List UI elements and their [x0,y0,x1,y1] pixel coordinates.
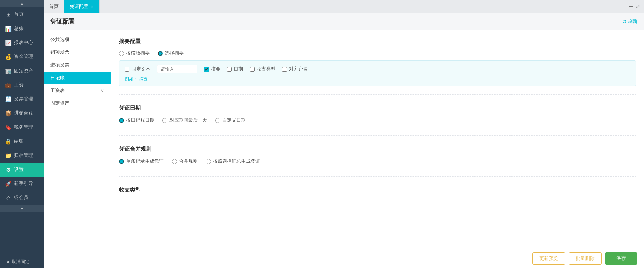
nav-public-label: 公共选项 [50,37,69,43]
nav-payroll[interactable]: 工资表 ∨ [44,84,111,97]
cancel-pin-button[interactable]: ◄ 取消固定 [0,255,44,268]
sidebar-label-close: 结账 [14,138,24,144]
tax-icon: 🔖 [5,124,11,130]
sidebar-item-salary[interactable]: 💼 工资 [0,78,44,92]
merge-radio-rule[interactable]: 合并规则 [172,158,198,164]
date-radio-custom-input[interactable] [215,118,220,123]
date-radio-period-input[interactable] [162,118,167,123]
merge-radio-rule-input[interactable] [172,159,177,164]
sidebar-item-report[interactable]: 📈 报表中心 [0,36,44,50]
sidebar-item-member[interactable]: ◇ 畅会员 [0,191,44,205]
summary-checkbox-group: 固定文本 摘要 日期 收支类型 [125,65,630,73]
tab-home[interactable]: 首页 [44,0,64,13]
date-radio-period[interactable]: 对应期间最后一天 [162,117,207,123]
merge-radio-select-input[interactable] [206,159,211,164]
sidebar-item-assets[interactable]: 🏢 固定资产 [0,64,44,78]
pin-icon: ◄ [5,259,10,264]
sidebar-item-close[interactable]: 🔒 结账 [0,134,44,148]
sidebar-item-home[interactable]: ⊞ 首页 [0,7,44,21]
nav-public[interactable]: 公共选项 [44,33,111,46]
sidebar-label-ledger: 总账 [14,26,24,32]
nav-sales-invoice[interactable]: 销项发票 [44,46,111,59]
summary-radio-template[interactable]: 按模版摘要 [119,50,150,56]
save-button[interactable]: 保存 [605,252,637,265]
close-accounts-icon: 🔒 [5,138,11,144]
sidebar-item-archive[interactable]: 📁 归档管理 [0,148,44,163]
fixed-text-input[interactable] [157,65,197,73]
content-area: 公共选项 销项发票 进项发票 日记账 工资表 ∨ 固定资产 摘要配置 [44,30,644,249]
sidebar-item-guide[interactable]: 🚀 新手引导 [0,177,44,191]
tab-close-icon[interactable]: ✕ [90,4,94,9]
update-preview-button[interactable]: 更新预览 [532,252,565,265]
checkbox-income-type[interactable]: 收支类型 [250,66,275,72]
income-type-title: 收支类型 [119,187,636,194]
archive-icon: 📁 [5,152,11,159]
date-label: 日期 [234,66,243,72]
sidebar-label-home: 首页 [14,11,24,17]
sidebar-item-invoice[interactable]: 🧾 发票管理 [0,92,44,106]
refresh-button[interactable]: ↺ 刷新 [622,18,637,25]
sidebar-label-archive: 归档管理 [14,152,33,159]
report-icon: 📈 [5,40,11,46]
nav-payroll-label: 工资表 [50,88,65,94]
checkbox-income-type-input[interactable] [250,67,255,72]
date-title: 凭证日期 [119,105,636,112]
tab-voucher[interactable]: 凭证配置 ✕ [64,0,100,13]
checkbox-fixed-text[interactable]: 固定文本 [125,66,150,72]
batch-delete-button[interactable]: 批量删除 [569,252,602,265]
date-section: 凭证日期 按日记账日期 对应期间最后一天 自定义日期 [119,105,636,136]
nav-fixed-assets[interactable]: 固定资产 [44,97,111,110]
merge-title: 凭证合并规则 [119,146,636,153]
merge-single-label: 单条记录生成凭证 [126,158,164,164]
sidebar-label-salary: 工资 [14,82,24,88]
sidebar-item-funds[interactable]: 💰 资金管理 [0,50,44,64]
nav-sales-invoice-label: 销项发票 [50,49,69,55]
summary-radio-select-input[interactable] [158,51,163,56]
sidebar-label-funds: 资金管理 [14,54,33,60]
funds-icon: 💰 [5,54,11,60]
date-radio-journal[interactable]: 按日记账日期 [119,117,154,123]
page-header: 凭证配置 ↺ 刷新 [44,13,644,30]
sales-icon: 📦 [5,110,11,116]
checkbox-summary[interactable]: 摘要 [204,66,220,72]
cancel-pin-label: 取消固定 [12,259,29,265]
nav-fixed-assets-label: 固定资产 [50,100,69,106]
example-value: 摘要 [139,76,148,81]
merge-select-label: 按照选择汇总生成凭证 [213,158,260,164]
sidebar-label-report: 报表中心 [14,40,33,46]
checkbox-date[interactable]: 日期 [227,66,243,72]
minimize-button[interactable]: ─ [629,3,633,10]
summary-radio-select[interactable]: 选择摘要 [158,50,184,56]
sidebar-item-ledger[interactable]: 📊 总账 [0,21,44,36]
nav-journal-label: 日记账 [50,75,65,81]
date-radio-group: 按日记账日期 对应期间最后一天 自定义日期 [119,117,636,123]
sidebar-item-sales[interactable]: 📦 进销台账 [0,106,44,120]
merge-section: 凭证合并规则 单条记录生成凭证 合并规则 按照选择汇总生成凭证 [119,146,636,177]
checkbox-counterpart[interactable]: 对方户名 [282,66,308,72]
date-radio-custom[interactable]: 自定义日期 [215,117,246,123]
date-radio-journal-input[interactable] [119,118,124,123]
maximize-button[interactable]: ⤢ [636,3,640,10]
summary-title: 摘要配置 [119,38,636,45]
guide-icon: 🚀 [5,181,11,187]
window-controls: ─ ⤢ [629,3,644,10]
checkbox-summary-input[interactable] [204,67,209,72]
sidebar-scroll-down[interactable]: ▼ [0,205,44,212]
checkbox-fixed-text-input[interactable] [125,67,129,72]
checkbox-counterpart-input[interactable] [282,67,287,72]
sidebar-scroll-up[interactable]: ▲ [0,0,44,7]
nav-purchase-invoice[interactable]: 进项发票 [44,59,111,72]
nav-journal[interactable]: 日记账 [44,72,111,84]
payroll-arrow-icon: ∨ [101,88,104,93]
checkbox-date-input[interactable] [227,67,232,72]
sidebar-item-tax[interactable]: 🔖 税务管理 [0,120,44,134]
summary-select-label: 选择摘要 [165,50,184,56]
merge-radio-select[interactable]: 按照选择汇总生成凭证 [206,158,260,164]
member-icon: ◇ [5,195,11,201]
bottom-bar: 更新预览 批量删除 保存 [44,249,644,268]
summary-radio-template-input[interactable] [119,51,124,56]
tab-home-label: 首页 [49,4,59,10]
sidebar-item-settings[interactable]: ⚙ 设置 [0,163,44,177]
merge-radio-single[interactable]: 单条记录生成凭证 [119,158,164,164]
merge-radio-single-input[interactable] [119,159,124,164]
